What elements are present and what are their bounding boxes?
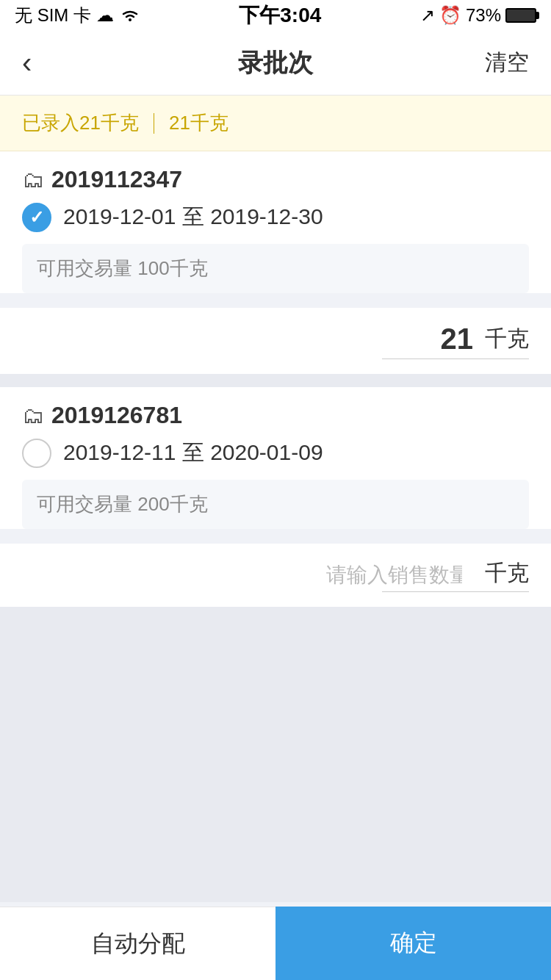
batch-2-input-row[interactable]: 千克 xyxy=(0,544,551,608)
battery-icon xyxy=(505,8,536,23)
info-value: 21千克 xyxy=(169,110,228,136)
batch-1-id-icon: 🗂 xyxy=(22,167,44,192)
status-left: 无 SIM 卡 ☁ xyxy=(15,4,140,27)
batch-2-radio[interactable] xyxy=(22,439,51,468)
info-recorded-label: 已录入21千克 xyxy=(22,110,139,136)
status-time: 下午3:04 xyxy=(239,1,321,29)
page-title: 录批次 xyxy=(238,46,313,80)
batch-2-input-container: 千克 xyxy=(326,558,529,592)
sim-label: 无 SIM 卡 ☁ xyxy=(15,4,114,27)
batch-1-amount-container: 21 千克 xyxy=(382,323,529,359)
gray-area xyxy=(0,608,551,902)
batch-2-date-row[interactable]: 2019-12-11 至 2020-01-09 xyxy=(22,438,529,468)
batch-1-underline xyxy=(382,359,529,359)
batch-1-amount-row: 21 千克 xyxy=(0,308,551,375)
wifi-icon xyxy=(120,8,140,23)
bottom-bar: 自动分配 确定 xyxy=(0,907,551,980)
svg-point-0 xyxy=(129,18,132,21)
batch-1-amount-unit: 千克 xyxy=(485,324,529,354)
batch-1-id: 2019112347 xyxy=(51,166,182,193)
batch-2-underline xyxy=(382,591,529,592)
batch-1-header: 🗂 2019112347 xyxy=(22,166,529,193)
batch-2-header: 🗂 2019126781 xyxy=(22,402,529,429)
auto-distribute-button[interactable]: 自动分配 xyxy=(0,907,276,980)
batch-1-date: 2019-12-01 至 2019-12-30 xyxy=(63,202,323,232)
batch-1-date-row[interactable]: 2019-12-01 至 2019-12-30 xyxy=(22,202,529,232)
back-button[interactable]: ‹ xyxy=(22,46,66,79)
info-divider xyxy=(154,113,154,134)
batch-2-id-icon: 🗂 xyxy=(22,403,44,428)
batch-1-amount-value: 21 xyxy=(441,323,474,356)
batch-2-unit: 千克 xyxy=(485,558,529,588)
status-right: ↗ ⏰ 73% xyxy=(420,5,536,26)
section-separator xyxy=(0,375,551,387)
batch-2-available: 可用交易量 200千克 xyxy=(22,480,529,529)
confirm-button[interactable]: 确定 xyxy=(276,907,551,980)
alarm-icon: ⏰ xyxy=(439,5,461,26)
batch-item-1: 🗂 2019112347 2019-12-01 至 2019-12-30 可用交… xyxy=(0,151,551,293)
info-banner: 已录入21千克 21千克 xyxy=(0,96,551,151)
status-bar: 无 SIM 卡 ☁ 下午3:04 ↗ ⏰ 73% xyxy=(0,0,551,31)
batch-item-2: 🗂 2019126781 2019-12-11 至 2020-01-09 可用交… xyxy=(0,387,551,529)
location-icon: ↗ xyxy=(420,5,435,26)
batch-2-date: 2019-12-11 至 2020-01-09 xyxy=(63,438,323,468)
batch-2-id: 2019126781 xyxy=(51,402,182,429)
nav-bar: ‹ 录批次 清空 xyxy=(0,31,551,96)
batch-1-radio[interactable] xyxy=(22,203,51,232)
clear-button[interactable]: 清空 xyxy=(485,48,529,78)
batch-2-qty-input[interactable] xyxy=(326,559,473,588)
battery-percent: 73% xyxy=(466,5,501,26)
batch-1-available: 可用交易量 100千克 xyxy=(22,244,529,293)
